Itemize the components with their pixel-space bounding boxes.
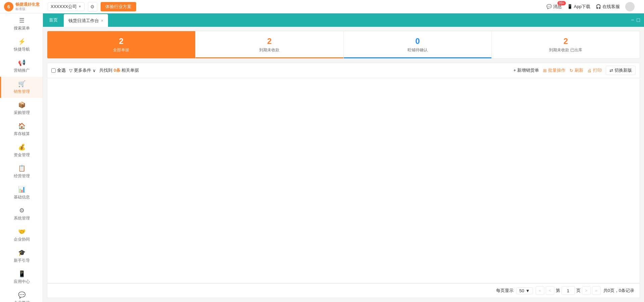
- tab-bar: 首页 钱货日清工作台 × − □: [43, 13, 644, 27]
- sidebar-item-sales[interactable]: 🛒 销售管理: [0, 77, 43, 98]
- tab-close-icon[interactable]: ×: [101, 18, 103, 23]
- enterprise-icon: 🤝: [18, 228, 25, 235]
- switch-icon: ⇄: [609, 68, 613, 73]
- operations-icon: 📋: [18, 165, 25, 172]
- sidebar-item-guide[interactable]: 🎓 新手引导: [0, 246, 43, 267]
- table-area: [47, 78, 640, 283]
- tab-minimize-button[interactable]: −: [631, 17, 634, 23]
- chevron-down-icon: ▼: [78, 5, 82, 8]
- stat-card-shipped[interactable]: 2 到期未收款 已出库: [492, 31, 640, 58]
- toolbar-right: + 新增销货单 ⊞ 批量操作 ↻ 刷新 🖨 打印 ⇄: [514, 66, 636, 75]
- filter-button[interactable]: ▽ 更多条件 ∨: [69, 67, 96, 73]
- basic-info-icon: 📊: [18, 186, 25, 193]
- logo-title: 畅捷通好生意: [15, 2, 40, 7]
- sales-icon: 🛒: [18, 80, 25, 87]
- prev-page-button[interactable]: <: [546, 286, 554, 295]
- sidebar-item-basic-info[interactable]: 📊 基础信息: [0, 182, 43, 203]
- logo-sub: 标准版: [15, 7, 40, 11]
- sidebar-item-label: 库存核算: [14, 131, 30, 137]
- batch-button[interactable]: ⊞ 批量操作: [543, 67, 566, 73]
- found-prefix: 共找到: [99, 68, 112, 73]
- switch-button[interactable]: ⇄ 切换新版: [606, 66, 636, 75]
- empty-content: [47, 78, 640, 283]
- tab-active[interactable]: 钱货日清工作台 ×: [64, 14, 108, 27]
- stat-number-shipped: 2: [564, 37, 568, 46]
- sidebar-item-purchase[interactable]: 📦 采购管理: [0, 98, 43, 119]
- message-button[interactable]: 💬 消息 99+: [546, 4, 562, 10]
- sidebar-item-label: 销售管理: [14, 89, 30, 95]
- toolbar-left: 全选 ▽ 更多条件 ∨ 共找到 0条 相关单据: [51, 67, 139, 73]
- app-download-button[interactable]: 📱 App下载: [567, 4, 590, 10]
- select-all-checkbox[interactable]: 全选: [51, 67, 66, 73]
- company-selector[interactable]: XXXXXX公司 ▼: [48, 2, 85, 11]
- print-button[interactable]: 🖨 打印: [587, 67, 602, 73]
- quick-nav-icon: ⚡: [18, 38, 25, 45]
- sidebar-item-quick-nav[interactable]: ⚡ 快捷导航: [0, 35, 43, 56]
- sidebar-item-enterprise-wechat[interactable]: 💬 企业微信: [0, 288, 43, 302]
- topbar-left: 6 畅捷通好生意 标准版 XXXXXX公司 ▼ ⚙ 体验行业方案: [4, 2, 136, 11]
- online-service-button[interactable]: 🎧 在线客服: [596, 4, 620, 10]
- sidebar-item-label: 采购管理: [14, 110, 30, 116]
- stat-card-wangpu[interactable]: 0 旺铺待确认: [344, 31, 492, 58]
- sidebar-item-label: 搜索菜单: [14, 25, 30, 31]
- found-suffix: 相关单据: [121, 68, 139, 73]
- stat-number-overdue: 2: [267, 37, 271, 46]
- tab-home[interactable]: 首页: [43, 13, 64, 27]
- stat-underline-wangpu: [344, 57, 492, 58]
- page-content: 2 全部单据 2 到期未收款 0 旺铺待确认 2 到期未收款 已出库: [43, 27, 644, 302]
- stat-number-all: 2: [119, 37, 123, 46]
- first-page-button[interactable]: «: [536, 286, 544, 295]
- sidebar-item-label: 基础信息: [14, 194, 30, 200]
- add-button[interactable]: + 新增销货单: [514, 67, 539, 73]
- refresh-icon: ↻: [570, 68, 573, 73]
- sidebar-item-operations[interactable]: 📋 经营管理: [0, 161, 43, 182]
- next-page-button[interactable]: >: [582, 286, 591, 295]
- trial-button[interactable]: 体验行业方案: [101, 2, 136, 11]
- avatar[interactable]: [625, 2, 635, 11]
- logo-text: 畅捷通好生意 标准版: [15, 2, 40, 11]
- stat-card-all[interactable]: 2 全部单据: [47, 31, 196, 58]
- sidebar-item-inventory[interactable]: 🏠 库存核算: [0, 119, 43, 140]
- sidebar-item-label: 新手引导: [14, 258, 30, 263]
- settings-button[interactable]: ⚙: [88, 2, 97, 11]
- sidebar-item-label: 应用中心: [14, 279, 30, 285]
- search-menu-icon: ☰: [19, 17, 24, 24]
- tab-maximize-button[interactable]: □: [637, 17, 640, 23]
- per-page-value: 50: [519, 288, 524, 293]
- sidebar-item-enterprise[interactable]: 🤝 企业协同: [0, 225, 43, 246]
- finance-icon: 💰: [18, 143, 25, 151]
- sidebar-item-marketing[interactable]: 📢 营销推广: [0, 56, 43, 77]
- sidebar-item-search[interactable]: ☰ 搜索菜单: [0, 13, 43, 35]
- service-icon: 🎧: [596, 4, 601, 9]
- stat-card-overdue[interactable]: 2 到期未收款: [196, 31, 344, 58]
- company-name: XXXXXX公司: [51, 4, 77, 10]
- per-page-label: 每页显示: [496, 288, 514, 294]
- found-count: 0条: [114, 68, 120, 73]
- page-input[interactable]: [561, 286, 575, 295]
- stat-label-shipped: 到期未收款 已出库: [549, 47, 582, 53]
- stat-label-all: 全部单据: [113, 47, 129, 53]
- sidebar-item-system[interactable]: ⚙ 系统管理: [0, 203, 43, 225]
- toolbar: 全选 ▽ 更多条件 ∨ 共找到 0条 相关单据 + 新增销货单: [47, 63, 640, 78]
- last-page-button[interactable]: »: [592, 286, 601, 295]
- purchase-icon: 📦: [18, 101, 25, 109]
- sidebar-item-app-center[interactable]: 📱 应用中心: [0, 267, 43, 288]
- per-page-select[interactable]: 50 ▼: [516, 287, 533, 294]
- pagination-bar: 每页显示 50 ▼ « < 第 页 > » 共0页，0条记录: [47, 283, 640, 298]
- sidebar-item-label: 经营管理: [14, 173, 30, 179]
- sidebar-item-label: 营销推广: [14, 68, 30, 73]
- sidebar-item-finance[interactable]: 💰 资金管理: [0, 140, 43, 161]
- content-area: 首页 钱货日清工作台 × − □ 2 全部单据 2 到期未收款: [43, 13, 644, 302]
- gear-icon: ⚙: [90, 4, 95, 9]
- tab-label: 钱货日清工作台: [68, 18, 99, 24]
- stat-label-overdue: 到期未收款: [259, 47, 279, 53]
- batch-icon: ⊞: [543, 68, 547, 73]
- tab-actions: − □: [631, 17, 644, 23]
- message-badge: 99+: [557, 1, 566, 5]
- sidebar-item-label: 资金管理: [14, 152, 30, 158]
- app-download-label: App下载: [574, 4, 590, 10]
- refresh-button[interactable]: ↻ 刷新: [570, 67, 583, 73]
- checkbox-input[interactable]: [51, 68, 56, 73]
- found-text: 共找到 0条 相关单据: [99, 67, 139, 73]
- download-icon: 📱: [567, 4, 573, 9]
